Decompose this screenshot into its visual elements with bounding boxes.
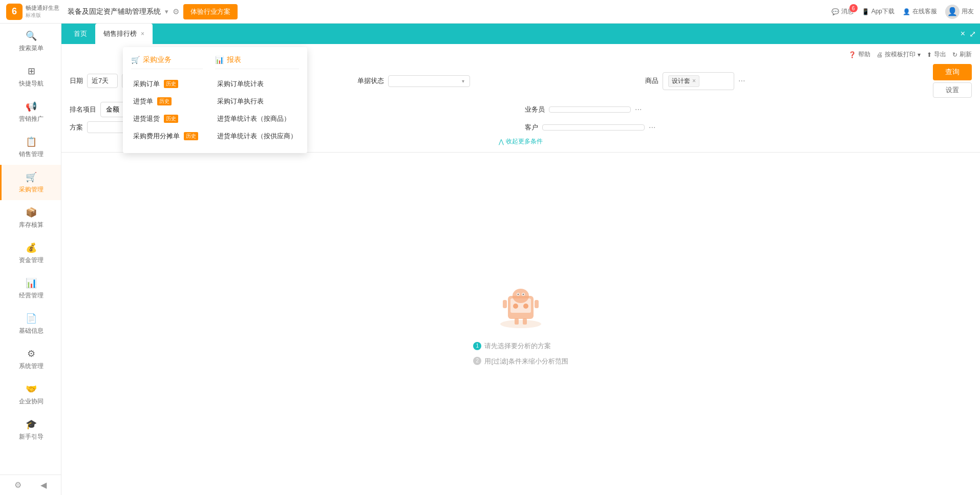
sidebar-item-finance[interactable]: 💰 资金管理 <box>0 235 61 271</box>
industry-btn[interactable]: 体验行业方案 <box>183 4 238 19</box>
return-goods-label: 进货退货 <box>133 114 160 123</box>
content-area: 首页 销售排行榜 × × ⤢ ❓ 帮助 🖨 按模板打印 <box>61 24 980 495</box>
dropdown-inbound-stat-supplier[interactable]: 进货单统计表（按供应商） <box>215 127 299 145</box>
sidebar-label-marketing: 营销推广 <box>19 115 44 123</box>
rank-value: 金额 <box>106 105 119 114</box>
product-label: 商品 <box>645 76 658 85</box>
phone-icon: 📱 <box>862 8 869 15</box>
doc-status-section: 单据状态 ▾ <box>357 75 637 87</box>
dropdown-return-goods[interactable]: 进货退货 历史 <box>131 110 203 127</box>
svg-point-9 <box>513 289 529 303</box>
print-icon: 🖨 <box>877 51 883 58</box>
sidebar-label-sales: 销售管理 <box>19 150 44 159</box>
export-label: 导出 <box>934 50 946 59</box>
salesman-section: 业务员 ··· <box>525 105 972 114</box>
grid-icon: ⊞ <box>25 65 37 77</box>
product-tag-text: 设计套 <box>672 77 690 85</box>
salesman-label: 业务员 <box>525 105 545 114</box>
app-download-item[interactable]: 📱 App下载 <box>862 7 894 16</box>
collapse-sidebar-btn[interactable]: ◀ <box>40 480 47 490</box>
sidebar-item-sales[interactable]: 📋 销售管理 <box>0 130 61 165</box>
export-btn[interactable]: ⬆ 导出 <box>927 50 946 59</box>
refresh-btn[interactable]: ↻ 刷新 <box>952 50 972 59</box>
user-area[interactable]: 👤 用友 <box>945 5 974 19</box>
sidebar-item-marketing[interactable]: 📢 营销推广 <box>0 94 61 130</box>
notification-item[interactable]: 💬 6 消息 <box>832 7 854 16</box>
scheme-label: 方案 <box>70 123 83 132</box>
online-service-item[interactable]: 👤 在线客服 <box>903 7 937 16</box>
svg-rect-7 <box>515 318 519 325</box>
sidebar-item-system[interactable]: ⚙ 系统管理 <box>0 341 61 377</box>
guide-icon: 🎓 <box>25 418 37 431</box>
product-section: 商品 设计套 × ··· <box>645 72 925 90</box>
refresh-icon: ↻ <box>952 51 957 58</box>
inbound-order-label: 进货单 <box>133 97 153 106</box>
marketing-icon: 📢 <box>25 100 37 113</box>
sidebar-label-search: 搜索菜单 <box>19 44 44 53</box>
dropdown-purchase-order[interactable]: 采购订单 历史 <box>131 75 203 93</box>
tab-maximize-icon[interactable]: ⤢ <box>969 29 976 39</box>
doc-status-select[interactable]: ▾ <box>388 75 470 87</box>
sidebar-item-basic-info[interactable]: 📄 基础信息 <box>0 306 61 341</box>
service-label: 在线客服 <box>912 7 937 16</box>
dropdown-purchase-order-stat[interactable]: 采购订单统计表 <box>215 75 299 93</box>
date-quick-7days[interactable]: 近7天 <box>87 74 118 88</box>
export-icon: ⬆ <box>927 51 932 58</box>
product-dots[interactable]: ··· <box>738 76 745 85</box>
sidebar-item-quick-nav[interactable]: ⊞ 快捷导航 <box>0 59 61 94</box>
report-col-label: 报表 <box>227 55 241 64</box>
svg-rect-8 <box>523 318 527 325</box>
sidebar-item-guide[interactable]: 🎓 新手引导 <box>0 412 61 447</box>
rank-label: 排名项目 <box>70 105 96 114</box>
sidebar-item-purchase[interactable]: 🛒 采购管理 <box>0 165 61 200</box>
tab-home[interactable]: 首页 <box>66 24 95 44</box>
service-icon: 👤 <box>903 8 910 15</box>
purchase-order-exec-label: 采购订单执行表 <box>217 97 264 106</box>
report-col-icon: 📊 <box>215 56 224 64</box>
query-btn[interactable]: 查询 <box>933 64 972 80</box>
dropdown-purchase-expense[interactable]: 采购费用分摊单 历史 <box>131 127 203 145</box>
product-input[interactable]: 设计套 × <box>663 72 734 90</box>
print-btn[interactable]: 🖨 按模板打印 ▾ <box>877 50 921 59</box>
settings-bottom-btn[interactable]: ⚙ <box>14 480 22 490</box>
dropdown-purchase-order-exec[interactable]: 采购订单执行表 <box>215 93 299 110</box>
inbound-stat-supplier-label: 进货单统计表（按供应商） <box>217 132 297 141</box>
settings-btn[interactable]: 设置 <box>933 82 972 98</box>
sidebar-item-search[interactable]: 🔍 搜索菜单 <box>0 24 61 59</box>
tab-bar: 首页 销售排行榜 × × ⤢ <box>61 24 980 44</box>
product-tag-close[interactable]: × <box>692 77 696 84</box>
help-btn[interactable]: ❓ 帮助 <box>848 50 870 59</box>
sidebar-item-stock[interactable]: 📦 库存核算 <box>0 200 61 235</box>
product-tag: 设计套 × <box>668 75 699 87</box>
message-icon: 💬 <box>832 8 839 15</box>
history-badge-1: 历史 <box>164 80 178 88</box>
tab-sales-rank[interactable]: 销售排行榜 × <box>95 24 153 44</box>
inbound-stat-product-label: 进货单统计表（按商品） <box>217 114 290 123</box>
print-label: 按模板打印 <box>885 50 915 59</box>
finance-icon: 💰 <box>25 242 37 254</box>
salesman-dots[interactable]: ··· <box>635 105 642 114</box>
customer-section: 客户 ··· <box>525 123 972 132</box>
customer-dots[interactable]: ··· <box>649 123 655 132</box>
logo-icon: 6 <box>6 4 23 20</box>
sidebar-item-operation[interactable]: 📊 经营管理 <box>0 271 61 306</box>
dropdown-arrow-icon[interactable]: ▾ <box>165 8 168 15</box>
customer-input[interactable] <box>542 124 645 131</box>
user-label: 用友 <box>962 7 974 16</box>
collapse-btn[interactable]: ⋀ 收起更多条件 <box>499 137 543 146</box>
salesman-input[interactable] <box>549 106 631 113</box>
dropdown-menu: 🛒 采购业务 采购订单 历史 进货单 历史 进货退货 历史 采购费用分摊单 <box>123 47 307 153</box>
dropdown-inbound-order[interactable]: 进货单 历史 <box>131 93 203 110</box>
dropdown-inbound-stat-product[interactable]: 进货单统计表（按商品） <box>215 110 299 127</box>
print-dropdown-icon[interactable]: ▾ <box>918 51 921 58</box>
customer-label: 客户 <box>525 123 538 132</box>
settings-icon[interactable]: ⚙ <box>173 7 179 16</box>
tab-close-icon[interactable]: × <box>141 30 144 37</box>
caret-icon: ▾ <box>462 78 464 84</box>
sidebar-item-enterprise[interactable]: 🤝 企业协同 <box>0 377 61 412</box>
step2-text: 用[过滤]条件来缩小分析范围 <box>484 355 568 367</box>
system-icon: ⚙ <box>25 348 37 360</box>
operation-icon: 📊 <box>25 277 37 289</box>
tab-close-window-icon[interactable]: × <box>961 29 965 39</box>
svg-rect-5 <box>503 300 507 308</box>
